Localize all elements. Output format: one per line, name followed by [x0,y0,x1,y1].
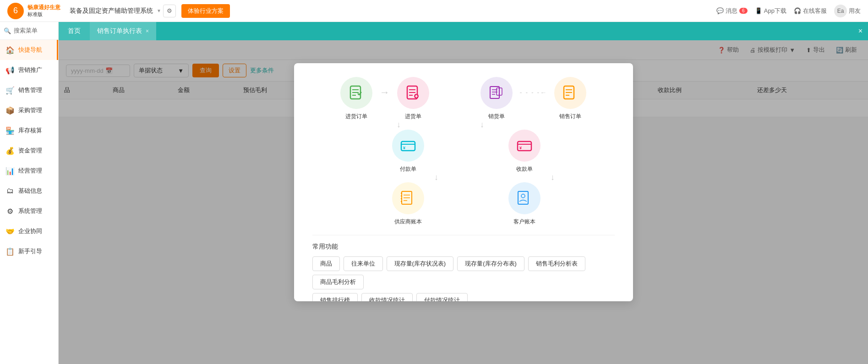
tab-bar-close-button[interactable]: × [858,27,863,35]
inventory-icon: 🏪 [5,126,15,135]
func-btn-sales-rank[interactable]: 销售排行榜 [312,293,358,301]
svg-point-35 [521,194,525,198]
message-badge: 6 [739,8,748,14]
payment-down: ↓ [413,173,460,181]
page-content: ❓ 帮助 🖨 按模板打印 ▼ ⬆ 导出 🔄 刷新 [59,40,868,364]
user-label: 用友 [849,7,861,15]
purchase-icon: 📦 [5,106,15,115]
receipt-circle: ¥ [508,130,540,162]
flow-node-supplier-ledger: 供应商账本 [392,182,424,226]
system-dropdown-arrow[interactable]: ▼ [157,8,161,13]
gear-button[interactable]: ⚙ [163,5,176,17]
enterprise-icon: 🤝 [5,227,15,236]
tab-close-icon[interactable]: × [146,28,149,34]
func-btn-goods-profit[interactable]: 商品毛利分析 [312,275,364,289]
headset-icon: 🎧 [794,7,801,14]
nav-label-basic-info: 基础信息 [18,187,42,195]
tab-sales-order-label: 销售订单执行表 [97,27,142,35]
nav-label-system: 系统管理 [18,207,42,215]
common-functions-title: 常用功能 [312,243,615,251]
content-area: 首页 销售订单执行表 × × ❓ 帮助 🖨 [59,22,868,364]
sidebar-item-enterprise[interactable]: 🤝 企业协同 [0,221,58,241]
operations-icon: 📊 [5,166,15,175]
tab-home[interactable]: 首页 [59,22,90,40]
common-functions: 常用功能 商品 往来单位 现存量(库存状况表) 现存量(库存分布表) 销售毛利分… [312,235,615,301]
finance-icon: 💰 [5,146,15,155]
search-icon: 🔍 [4,27,11,34]
sidebar-item-guide[interactable]: 📋 新手引导 [0,241,58,261]
purchase-bill-circle [397,77,429,109]
tab-sales-order[interactable]: 销售订单执行表 × [90,22,156,40]
receipt-down: ↓ [530,173,576,181]
sidebar-item-system[interactable]: ⚙ 系统管理 [0,201,58,221]
sidebar-item-inventory[interactable]: 🏪 库存核算 [0,120,58,141]
sidebar-item-marketing[interactable]: 📢 营销推广 [0,60,58,80]
experience-button[interactable]: 体验行业方案 [181,4,230,18]
basic-info-icon: 🗂 [5,186,15,196]
func-btn-receipt-stats[interactable]: 收款情况统计 [361,293,413,301]
receipt-label: 收款单 [516,165,533,173]
sidebar-item-basic-info[interactable]: 🗂 基础信息 [0,181,58,201]
sales-bill-label: 销货单 [488,113,505,120]
func-btn-sales-profit[interactable]: 销售毛利分析表 [528,256,585,271]
svg-text:¥: ¥ [403,146,405,150]
logo-text: 畅康通好生意 标准版 [27,4,60,18]
app-download-label: App下载 [764,7,786,15]
sales-order-circle [554,77,586,109]
tab-bar: 首页 销售订单执行表 × × [59,22,868,40]
nav-label-sales: 销售管理 [18,86,42,94]
func-btn-stock-status[interactable]: 现存量(库存状况表) [387,256,454,271]
func-buttons-row2: 销售排行榜 收款情况统计 付款情况统计 [312,293,615,301]
online-service-button[interactable]: 🎧 在线客服 [794,7,827,15]
func-btn-stock-dist[interactable]: 现存量(库存分布表) [457,256,524,271]
nav-label-guide: 新手引导 [18,247,42,255]
customer-ledger-label: 客户账本 [513,218,535,226]
sidebar-item-sales[interactable]: 🛒 销售管理 [0,80,58,100]
system-name: 装备及固定资产辅助管理系统 [70,7,153,15]
user-menu-button[interactable]: Ea 用友 [834,5,861,17]
avatar: Ea [834,5,847,17]
sales-bill-circle [480,77,513,109]
logo-area: 6 畅康通好生意 标准版 [7,3,66,19]
nav-label-finance: 资金管理 [18,147,42,155]
sales-order-label: 销售订单 [559,113,581,120]
func-btn-goods[interactable]: 商品 [312,256,340,271]
sales-icon: 🛒 [5,86,15,95]
purchase-order-circle [340,77,372,109]
popup-overlay[interactable]: 进货订单 → 进货单 [59,40,868,364]
flow-node-sales-bill: 销货单 [480,77,513,120]
payment-label: 付款单 [400,165,416,173]
flow-node-sales-order: 销售订单 [554,77,586,120]
top-right-area: 💬 消息 6 📱 App下载 🎧 在线客服 Ea 用友 [716,5,861,17]
sidebar-item-purchase[interactable]: 📦 采购管理 [0,100,58,120]
sidebar-nav: 🏠 快捷导航 📢 营销推广 🛒 销售管理 📦 采购管理 🏪 库存核 [0,40,58,364]
flow-node-customer-ledger: 客户账本 [508,182,540,226]
app-title: 畅康通好生意 [27,4,60,11]
system-icon: ⚙ [5,206,15,216]
app-download-button[interactable]: 📱 App下载 [755,7,786,15]
flow-node-receipt: ¥ 收款单 [508,130,540,173]
message-label: 消息 [726,7,737,15]
app-subtitle: 标准版 [27,11,60,17]
sidebar-item-operations[interactable]: 📊 经营管理 [0,161,58,181]
func-btn-payment-stats[interactable]: 付款情况统计 [416,293,468,301]
sidebar-search[interactable]: 🔍 搜索菜单 [0,22,58,40]
home-icon: 🏠 [5,45,15,54]
purchase-order-label: 进货订单 [345,113,367,120]
guide-icon: 📋 [5,247,15,256]
nav-label-inventory: 库存核算 [18,126,42,135]
func-btn-partners[interactable]: 往来单位 [344,256,383,271]
sidebar-item-finance[interactable]: 💰 资金管理 [0,141,58,161]
message-button[interactable]: 💬 消息 6 [716,7,748,15]
nav-label-operations: 经营管理 [18,167,42,175]
sidebar-item-quick-nav[interactable]: 🏠 快捷导航 [0,40,58,60]
sidebar: 🔍 搜索菜单 🏠 快捷导航 📢 营销推广 🛒 销售管理 📦 [0,22,59,364]
message-icon: 💬 [716,7,724,14]
top-bar: 6 畅康通好生意 标准版 装备及固定资产辅助管理系统 ▼ ⚙ 体验行业方案 💬 … [0,0,868,22]
search-label: 搜索菜单 [14,27,38,35]
nav-label-purchase: 采购管理 [18,106,42,114]
svg-rect-11 [490,87,499,98]
arrow-purchase-to-purchase-bill: → [380,87,390,98]
supplier-ledger-label: 供应商账本 [394,218,422,226]
nav-label-enterprise: 企业协同 [18,227,42,235]
